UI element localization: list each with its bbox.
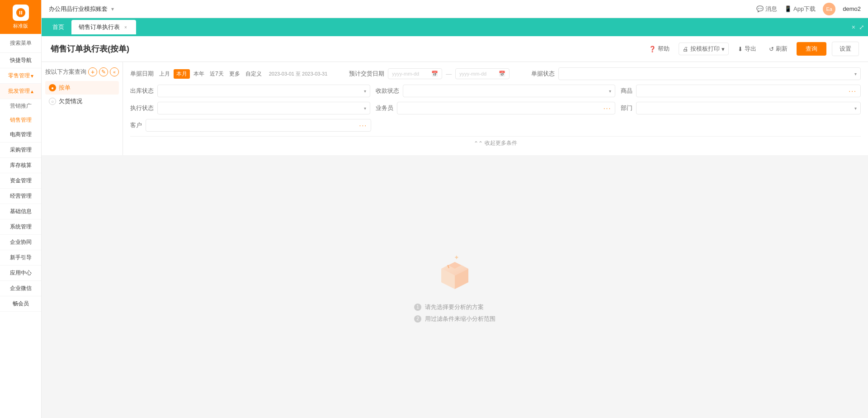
- by-debt-icon: ○: [49, 98, 56, 105]
- refresh-btn[interactable]: ↺ 刷新: [765, 43, 791, 55]
- sidebar: 标准版 搜索菜单 快捷导航 零售管理 ▾ 批发管理 ▴ 营销推广 销售管理 电商…: [0, 0, 42, 418]
- add-plan-btn[interactable]: +: [88, 67, 97, 76]
- sidebar-item-operations[interactable]: 经营管理: [0, 189, 41, 204]
- salesperson-select[interactable]: ···: [397, 102, 616, 114]
- goods-select[interactable]: ···: [636, 85, 861, 97]
- panel-item-by-debt[interactable]: ○ 欠货情况: [45, 95, 119, 108]
- query-btn[interactable]: 查询: [797, 42, 826, 56]
- help-btn[interactable]: ❓ 帮助: [645, 43, 673, 55]
- exec-status-select[interactable]: ▾: [157, 102, 370, 114]
- help-icon: ❓: [649, 46, 656, 52]
- tab-home[interactable]: 首页: [45, 20, 71, 34]
- topbar-title: 办公用品行业模拟账套: [49, 5, 108, 13]
- goods-filter: 商品 ···: [621, 85, 861, 97]
- sidebar-item-finance[interactable]: 资金管理: [0, 173, 41, 189]
- collapse-panel-btn[interactable]: «: [110, 67, 119, 76]
- tab-sales-order-label: 销售订单执行表: [79, 23, 120, 31]
- sidebar-item-appstore[interactable]: 应用中心: [0, 266, 41, 281]
- date-filter-row: 单据日期 上月 本月 本年 近7天 更多 自定义 2023-03-01 至 20…: [130, 67, 861, 80]
- message-action[interactable]: 💬 消息: [756, 5, 777, 13]
- export-icon: ⬇: [738, 46, 743, 52]
- by-order-label: 按单: [59, 84, 71, 92]
- sidebar-item-wholesale[interactable]: 批发管理 ▴: [0, 84, 41, 99]
- sidebar-item-purchase[interactable]: 采购管理: [0, 142, 41, 158]
- avatar[interactable]: Ea: [823, 3, 835, 15]
- window-close-btn[interactable]: ×: [852, 24, 855, 31]
- sidebar-search[interactable]: 搜索菜单: [0, 34, 41, 53]
- customer-select[interactable]: ···: [146, 119, 371, 132]
- filter-area: 按以下方案查询 + ✎ « ● 按单 ○ 欠货情况: [42, 62, 868, 155]
- goods-dots: ···: [849, 87, 857, 95]
- collapse-text: 收起更多条件: [485, 139, 517, 147]
- left-panel-actions: + ✎ «: [88, 67, 119, 76]
- date-tab-custom[interactable]: 自定义: [244, 69, 264, 79]
- sidebar-item-system[interactable]: 系统管理: [0, 219, 41, 235]
- sidebar-item-corp[interactable]: 企业协同: [0, 235, 41, 250]
- content-area: ✦ ⬆ 1 请先选择要分析的方案 2 用过滤条件来缩小分析范围: [42, 155, 868, 418]
- expected-date-from[interactable]: yyyy-mm-dd 📅: [388, 68, 442, 79]
- app-download-action[interactable]: 📱 App下载: [784, 5, 816, 13]
- dept-select[interactable]: ▾: [636, 102, 861, 114]
- empty-tips: 1 请先选择要分析的方案 2 用过滤条件来缩小分析范围: [414, 303, 495, 323]
- salesperson-filter: 业务员 ···: [376, 102, 616, 114]
- order-status-label: 单据状态: [531, 70, 555, 78]
- date-tab-7days[interactable]: 近7天: [208, 69, 226, 79]
- date-tabs: 上月 本月 本年 近7天 更多 自定义: [157, 69, 264, 79]
- receive-status-select[interactable]: ▾: [403, 85, 616, 97]
- left-panel: 按以下方案查询 + ✎ « ● 按单 ○ 欠货情况: [42, 62, 123, 155]
- print-btn[interactable]: 🖨 按模板打印 ▾: [679, 43, 729, 55]
- topbar-dropdown-icon[interactable]: ▾: [111, 6, 114, 12]
- empty-icon: ✦ ⬆: [432, 251, 477, 296]
- sidebar-item-quick-nav[interactable]: 快捷导航: [0, 53, 41, 68]
- collapse-icon: ⌃⌃: [474, 140, 483, 147]
- sidebar-item-inventory[interactable]: 库存核算: [0, 158, 41, 173]
- main-content: 办公用品行业模拟账套 ▾ 💬 消息 📱 App下载 Ea demo2 首页 销售…: [42, 0, 868, 418]
- topbar-left: 办公用品行业模拟账套 ▾: [49, 5, 114, 13]
- export-label: 导出: [745, 45, 756, 53]
- calendar-icon-to: 📅: [499, 71, 505, 77]
- out-status-select[interactable]: ▾: [157, 85, 370, 97]
- salesperson-label: 业务员: [376, 104, 393, 112]
- sidebar-sub-sales[interactable]: 销售管理: [0, 113, 41, 127]
- out-status-filter: 出库状态 ▾: [130, 85, 370, 97]
- date-tab-thismonth[interactable]: 本月: [174, 69, 190, 79]
- settings-btn[interactable]: 设置: [832, 42, 859, 56]
- message-icon: 💬: [756, 5, 764, 12]
- order-status-select[interactable]: ▾: [558, 67, 861, 80]
- exec-status-arrow: ▾: [364, 106, 366, 111]
- filter-row-4: 客户 ···: [130, 119, 371, 132]
- calendar-icon-from: 📅: [431, 71, 438, 77]
- out-status-label: 出库状态: [130, 87, 154, 95]
- svg-text:✦: ✦: [454, 254, 459, 261]
- sidebar-item-newbie[interactable]: 新手引导: [0, 250, 41, 266]
- print-icon: 🖨: [683, 46, 689, 52]
- message-label: 消息: [765, 5, 777, 13]
- print-label: 按模板打印: [690, 45, 720, 53]
- collapse-bar[interactable]: ⌃⌃ 收起更多条件: [130, 136, 861, 150]
- tip-text-2: 用过滤条件来缩小分析范围: [425, 315, 495, 323]
- tab-close-icon[interactable]: ×: [123, 24, 129, 30]
- expected-date-label: 预计交货日期: [349, 70, 384, 78]
- tab-sales-order[interactable]: 销售订单执行表 ×: [71, 20, 136, 34]
- sidebar-item-retail[interactable]: 零售管理 ▾: [0, 68, 41, 84]
- window-expand-btn[interactable]: ⤢: [859, 24, 864, 31]
- avatar-text: Ea: [826, 6, 832, 12]
- export-btn[interactable]: ⬇ 导出: [734, 43, 760, 55]
- sidebar-item-wechat[interactable]: 企业微信: [0, 281, 41, 296]
- sidebar-item-basic[interactable]: 基础信息: [0, 204, 41, 219]
- expected-date-to[interactable]: yyyy-mm-dd 📅: [455, 68, 509, 79]
- window-controls: × ⤢: [852, 24, 864, 31]
- sidebar-item-member[interactable]: 畅会员: [0, 296, 41, 312]
- edit-plan-btn[interactable]: ✎: [99, 67, 108, 76]
- filter-row-3: 执行状态 ▾ 业务员 ··· 部门: [130, 102, 861, 114]
- order-status-control: ▾: [558, 67, 861, 80]
- date-tab-more[interactable]: 更多: [227, 69, 242, 79]
- sidebar-item-ecommerce[interactable]: 电商管理: [0, 127, 41, 142]
- panel-item-by-order[interactable]: ● 按单: [45, 81, 119, 95]
- logo-text: 标准版: [13, 23, 28, 29]
- exec-status-label: 执行状态: [130, 104, 154, 112]
- refresh-icon: ↺: [769, 46, 774, 52]
- sidebar-sub-marketing[interactable]: 营销推广: [0, 99, 41, 113]
- date-tab-thisyear[interactable]: 本年: [192, 69, 206, 79]
- date-tab-lastmonth[interactable]: 上月: [157, 69, 172, 79]
